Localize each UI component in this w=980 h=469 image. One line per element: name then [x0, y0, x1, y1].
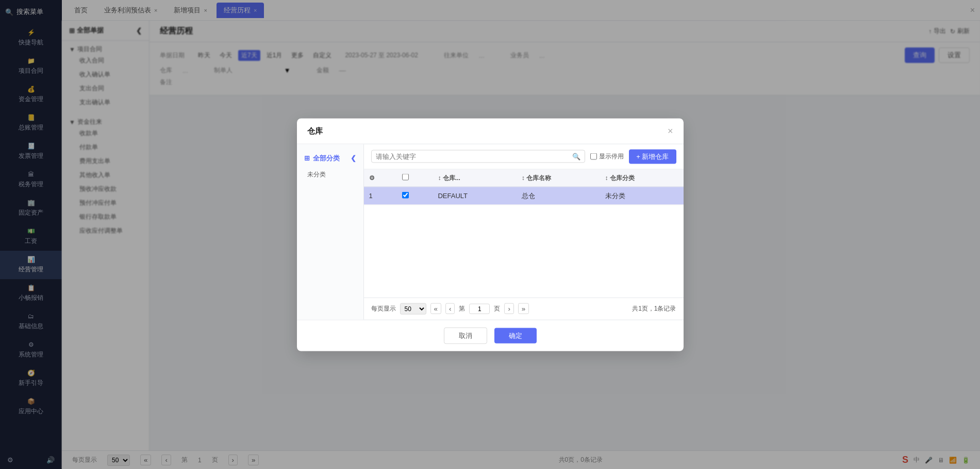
- gear-icon[interactable]: ⚙: [369, 174, 375, 182]
- modal-sidebar: ⊞ 全部分类 ❮ 未分类: [297, 144, 364, 319]
- modal-sidebar-unclassified[interactable]: 未分类: [297, 167, 363, 182]
- row-checkbox: [397, 187, 433, 205]
- cancel-button[interactable]: 取消: [444, 327, 487, 344]
- page-label: 第: [459, 304, 465, 313]
- first-page-button[interactable]: «: [430, 303, 441, 314]
- sort-cat-icon[interactable]: ↕: [605, 174, 608, 181]
- row-name: 总仓: [517, 187, 600, 205]
- table-body: 1 DEFAULT 总仓 未分类: [364, 187, 684, 205]
- row-category: 未分类: [600, 187, 684, 205]
- th-name: ↕ 仓库名称: [517, 169, 600, 187]
- table-row[interactable]: 1 DEFAULT 总仓 未分类: [364, 187, 684, 205]
- warehouse-modal: 仓库 × ⊞ 全部分类 ❮ 未分类 🔍 显示停用: [297, 118, 684, 351]
- add-warehouse-button[interactable]: + 新增仓库: [629, 149, 676, 164]
- per-page-select[interactable]: 50 100 200: [400, 303, 426, 314]
- sort-name-icon[interactable]: ↕: [522, 174, 525, 181]
- row-select-checkbox[interactable]: [402, 191, 409, 198]
- confirm-button[interactable]: 确定: [494, 328, 537, 343]
- modal-search-box: 🔍: [371, 150, 586, 163]
- modal-close-button[interactable]: ×: [668, 125, 673, 136]
- row-seq: 1: [364, 187, 397, 205]
- modal-header: 仓库 ×: [297, 118, 684, 144]
- page-suffix: 页: [494, 304, 500, 313]
- th-checkbox: [397, 169, 433, 187]
- table-header: ⚙ ↕ 仓库... ↕ 仓库名称 ↕ 仓库分类: [364, 169, 684, 187]
- modal-body: ⊞ 全部分类 ❮ 未分类 🔍 显示停用 + 新增仓库: [297, 144, 684, 319]
- per-page-label: 每页显示: [371, 304, 396, 313]
- modal-sidebar-all-label: 全部分类: [313, 153, 340, 163]
- prev-page-button[interactable]: ‹: [445, 303, 455, 314]
- row-code: DEFAULT: [433, 187, 516, 205]
- modal-search-input[interactable]: [376, 153, 573, 160]
- modal-sidebar-all[interactable]: ⊞ 全部分类 ❮: [297, 149, 363, 167]
- modal-main: 🔍 显示停用 + 新增仓库 ⚙ ↕ 仓库... ↕ 仓库名称: [364, 144, 684, 319]
- modal-sidebar-collapse[interactable]: ❮: [351, 154, 356, 162]
- th-code: ↕ 仓库...: [433, 169, 516, 187]
- show-disabled-input[interactable]: [590, 153, 597, 160]
- next-page-button[interactable]: ›: [504, 303, 513, 314]
- sort-code-icon[interactable]: ↕: [438, 174, 441, 181]
- modal-footer: 取消 确定: [297, 319, 684, 351]
- last-page-button[interactable]: »: [518, 303, 529, 314]
- show-disabled-label: 显示停用: [599, 152, 624, 161]
- th-category: ↕ 仓库分类: [600, 169, 684, 187]
- warehouse-table: ⚙ ↕ 仓库... ↕ 仓库名称 ↕ 仓库分类 1 DEFAULT 总仓: [364, 169, 684, 205]
- page-info: 共1页，1条记录: [632, 304, 676, 313]
- th-settings: ⚙: [364, 169, 397, 187]
- modal-title: 仓库: [307, 126, 323, 136]
- search-icon2: 🔍: [572, 153, 580, 160]
- modal-toolbar: 🔍 显示停用 + 新增仓库: [364, 144, 684, 169]
- modal-pagination: 每页显示 50 100 200 « ‹ 第 页 › » 共1页，1条记录: [364, 297, 684, 319]
- show-disabled-checkbox[interactable]: 显示停用: [590, 152, 624, 161]
- grid-icon2: ⊞: [304, 154, 310, 162]
- modal-table: ⚙ ↕ 仓库... ↕ 仓库名称 ↕ 仓库分类 1 DEFAULT 总仓: [364, 169, 684, 297]
- select-all-checkbox[interactable]: [402, 174, 409, 181]
- page-input[interactable]: [469, 303, 490, 314]
